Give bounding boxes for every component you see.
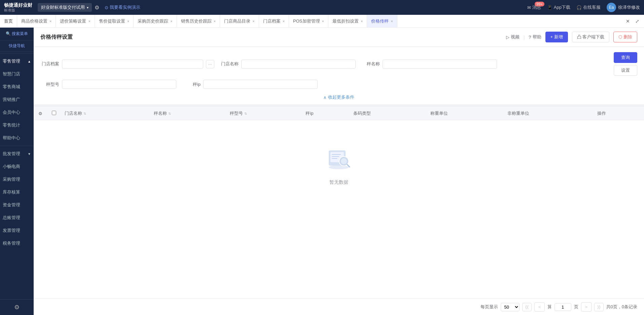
th-barcode-type: 条码类型 bbox=[349, 107, 426, 120]
scale-ip-input[interactable] bbox=[203, 80, 318, 89]
sidebar-item-ecommerce[interactable]: 小畅电商 bbox=[0, 160, 34, 173]
tab-min-discount[interactable]: 最低折扣设置 × bbox=[328, 15, 367, 28]
add-button[interactable]: + 新增 bbox=[545, 32, 568, 42]
sidebar-item-member[interactable]: 会员中心 bbox=[0, 106, 34, 119]
th-non-weight-unit: 非称重单位 bbox=[503, 107, 594, 120]
help-link[interactable]: ? 帮助 bbox=[529, 34, 541, 40]
sidebar-item-finance[interactable]: 资金管理 bbox=[0, 199, 34, 211]
sidebar-item-purchase[interactable]: 采购管理 bbox=[0, 173, 34, 186]
tab-bar: 首页 商品价格设置 × 进价策略设置 × 售价提取设置 × 采购历史价跟踪 × … bbox=[0, 15, 644, 28]
sidebar-item-accounting[interactable]: 总账管理 bbox=[0, 211, 34, 224]
online-service-button[interactable]: 🎧 在线客服 bbox=[576, 4, 601, 10]
tab-sale-extract[interactable]: 售价提取设置 × bbox=[95, 15, 134, 28]
th-checkbox[interactable] bbox=[47, 107, 61, 120]
scale-model-input[interactable] bbox=[62, 80, 176, 89]
settings-icon[interactable]: ⚙ bbox=[95, 4, 99, 11]
scale-name-input[interactable] bbox=[383, 60, 497, 69]
setting-button-label: 设置 bbox=[621, 67, 630, 73]
sidebar-item-tax[interactable]: 税务管理 bbox=[0, 237, 34, 250]
last-page-button[interactable]: ⟩⟩ bbox=[594, 303, 604, 311]
tab-close-icon[interactable]: × bbox=[283, 19, 285, 23]
tab-purchase-track[interactable]: 采购历史价跟踪 × bbox=[134, 15, 177, 28]
store-profile-dots-button[interactable]: ··· bbox=[206, 60, 214, 68]
store-profile-label: 门店档案 bbox=[40, 61, 59, 67]
page-number-input[interactable] bbox=[554, 303, 571, 311]
th-weight-unit: 称重单位 bbox=[426, 107, 503, 120]
sidebar-item-stats[interactable]: 零售统计 bbox=[0, 119, 34, 132]
sidebar-item-invoice[interactable]: 发票管理 bbox=[0, 224, 34, 237]
query-button[interactable]: 查询 bbox=[614, 52, 637, 63]
download-button[interactable]: 凸 客户端下载 bbox=[572, 32, 610, 42]
messages-button[interactable]: ✉ 消息 99+ bbox=[527, 4, 541, 10]
demo-link[interactable]: ⊙ 我要看实例演示 bbox=[105, 4, 140, 10]
sidebar-item-online-retail-label: 零售商城 bbox=[3, 84, 20, 90]
setting-button[interactable]: 设置 bbox=[614, 65, 637, 76]
sidebar-item-accounting-label: 总账管理 bbox=[3, 215, 20, 221]
store-name-label: 门店名称 bbox=[220, 61, 239, 67]
sidebar-item-smart-store[interactable]: 智慧门店 bbox=[0, 68, 34, 80]
tab-sale-track[interactable]: 销售历史价跟踪 × bbox=[177, 15, 220, 28]
page-header-actions: ▷ 视频 | ? 帮助 + 新增 凸 客户端下载 ⬡ 删除 bbox=[506, 32, 637, 42]
demo-icon: ⊙ bbox=[105, 5, 108, 10]
tab-buy-strategy[interactable]: 进价策略设置 × bbox=[56, 15, 95, 28]
first-page-button[interactable]: ⟨⟨ bbox=[522, 303, 532, 311]
page-size-label: 每页显示 bbox=[480, 304, 498, 310]
collapse-button[interactable]: ∧ 收起更多条件 bbox=[40, 93, 637, 102]
sidebar-bottom-settings[interactable]: ⚙ bbox=[0, 299, 34, 315]
prev-page-icon: ＜ bbox=[537, 304, 542, 309]
message-badge: 99+ bbox=[535, 2, 544, 6]
tab-close-icon[interactable]: × bbox=[170, 19, 172, 23]
th-store-name[interactable]: 门店名称 ⇅ bbox=[61, 107, 150, 120]
store-name-input[interactable] bbox=[241, 60, 356, 69]
select-all-checkbox[interactable] bbox=[52, 111, 56, 115]
tab-close-icon[interactable]: × bbox=[127, 19, 129, 23]
sidebar-item-inventory[interactable]: 库存核算 bbox=[0, 186, 34, 199]
next-page-button[interactable]: ＞ bbox=[581, 302, 592, 312]
th-scale-model[interactable]: 秤型号 ⇅ bbox=[226, 107, 302, 120]
headset-icon: 🎧 bbox=[576, 5, 582, 10]
store-profile-input[interactable] bbox=[62, 60, 203, 69]
video-link[interactable]: ▷ 视频 bbox=[506, 34, 520, 40]
sidebar-item-help[interactable]: 帮助中心 bbox=[0, 132, 34, 144]
demo-text: 我要看实例演示 bbox=[110, 4, 140, 10]
tab-sale-track-label: 销售历史价跟踪 bbox=[181, 18, 212, 24]
prev-page-button[interactable]: ＜ bbox=[534, 302, 545, 312]
tab-close-icon[interactable]: × bbox=[361, 19, 363, 23]
sidebar-quick-nav[interactable]: 快捷导航 bbox=[0, 40, 34, 52]
collapse-label: 收起更多条件 bbox=[328, 94, 354, 100]
th-settings[interactable]: ⚙ bbox=[34, 107, 47, 120]
sort-icon: ⇅ bbox=[168, 112, 171, 115]
tab-store-profile[interactable]: 门店档案 × bbox=[259, 15, 289, 28]
user-menu[interactable]: Ea 徐泽华修改 bbox=[607, 3, 640, 12]
tab-close-icon[interactable]: × bbox=[252, 19, 254, 23]
service-label: 在线客服 bbox=[583, 4, 601, 10]
tab-maximize-button[interactable]: ⤢ bbox=[633, 17, 641, 25]
sidebar-item-retail[interactable]: 零售管理 ▲ bbox=[0, 55, 34, 68]
tab-close-icon[interactable]: × bbox=[88, 19, 90, 23]
tab-home[interactable]: 首页 bbox=[0, 15, 17, 28]
tab-store-catalog[interactable]: 门店商品目录 × bbox=[220, 15, 259, 28]
th-scale-name[interactable]: 秤名称 ⇅ bbox=[150, 107, 226, 120]
delete-button[interactable]: ⬡ 删除 bbox=[613, 32, 637, 42]
tab-pos-manage[interactable]: POS加密管理 × bbox=[289, 15, 328, 28]
sidebar-item-wholesale[interactable]: 批发管理 ▼ bbox=[0, 147, 34, 160]
tab-close-icon[interactable]: × bbox=[322, 19, 324, 23]
next-page-icon: ＞ bbox=[584, 304, 588, 309]
version-selector[interactable]: 好业财标准版交付试用 ▾ bbox=[38, 3, 92, 12]
sidebar-search-label: 搜索菜单 bbox=[12, 31, 28, 36]
question-icon: ? bbox=[529, 35, 531, 40]
tab-close-icon[interactable]: × bbox=[214, 19, 216, 23]
tab-close-button[interactable]: ✕ bbox=[624, 17, 632, 25]
tab-close-icon[interactable]: × bbox=[49, 19, 51, 23]
sidebar-item-marketing[interactable]: 营销推广 bbox=[0, 93, 34, 106]
scale-ip-label: 秤ip bbox=[182, 81, 201, 88]
empty-state: 暂无数据 bbox=[34, 120, 644, 206]
sidebar-search[interactable]: 🔍 搜索菜单 bbox=[0, 28, 34, 40]
search-icon: 🔍 bbox=[6, 31, 11, 36]
sidebar-item-online-retail[interactable]: 零售商城 bbox=[0, 80, 34, 93]
tab-price-setting[interactable]: 商品价格设置 × bbox=[17, 15, 56, 28]
tab-close-icon[interactable]: × bbox=[391, 19, 393, 23]
app-download-button[interactable]: 📱 App下载 bbox=[547, 4, 570, 10]
page-size-select[interactable]: 10 20 50 100 bbox=[501, 303, 520, 311]
tab-price-scale[interactable]: 价格传秤 × bbox=[367, 15, 397, 28]
